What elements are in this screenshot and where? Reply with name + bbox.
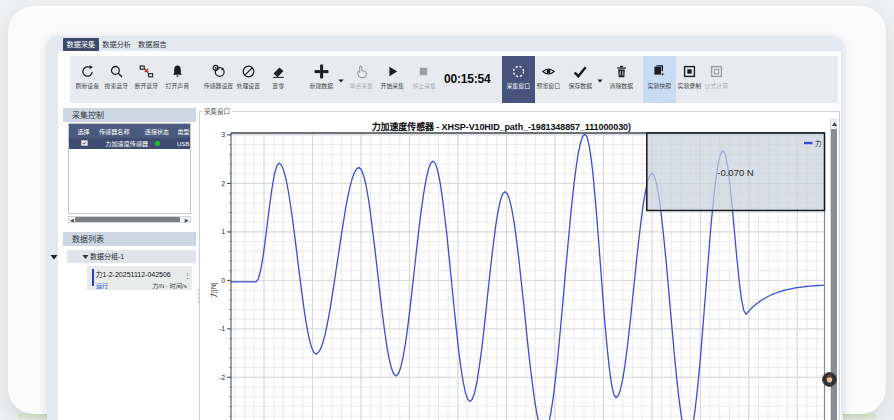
force-time-plot[interactable]: 3210-1-2力[N]-0.070 N力	[200, 112, 839, 420]
toolbar-label-refresh-device: 刷新设备	[75, 83, 99, 89]
measurement-annotation-box[interactable]: -0.070 N	[647, 133, 825, 211]
dropdown-caret-icon[interactable]	[597, 76, 603, 83]
collect-control-title: 采集控制	[72, 109, 104, 120]
toolbar-button-new-data[interactable]: 新建数据	[306, 56, 337, 103]
toolbar-label-disconnect-bluetooth: 断开蓝牙	[134, 83, 158, 89]
toolbar-button-experiment-snapshot[interactable]: 实验快照	[643, 56, 677, 103]
bt-disconnect-icon	[139, 63, 154, 79]
content-sheet: 刷新设备搜索蓝牙断开蓝牙打开声音传感器设置处理设置置零新建数据单点采集开始采集停…	[58, 51, 841, 420]
toolbar-label-single-point: 单点采集	[350, 83, 374, 89]
toolbar-label-zeroing: 置零	[273, 83, 285, 89]
toolbar-label-stop-acquisition: 停止采集	[412, 83, 436, 89]
eye-icon	[541, 63, 556, 79]
sensor-table: 选择传感器名称连接状态类型力加速度传感器USB	[68, 123, 191, 214]
dropdown-caret-icon[interactable]	[338, 76, 344, 83]
toolbar-label-clear-data: 清除数据	[609, 83, 633, 89]
dashed-circle-icon	[511, 63, 526, 79]
y-axis-ticks: 3210-1-2	[219, 129, 231, 416]
svg-text:力: 力	[815, 138, 822, 148]
sidebar-collapse-icon[interactable]	[50, 254, 58, 260]
bell-icon	[170, 63, 185, 79]
refresh-icon	[80, 63, 95, 79]
toolbar-button-disconnect-bluetooth[interactable]: 断开蓝牙	[131, 56, 162, 103]
formula-icon	[709, 63, 724, 79]
sensor-table-header: 选择传感器名称连接状态类型	[69, 124, 190, 138]
toolbar-button-preview-window[interactable]: 预览窗口	[533, 56, 564, 103]
toolbar-label-experiment-record: 实验录制	[677, 83, 701, 89]
trash-icon	[614, 63, 629, 79]
hscroll-right-arrow-icon[interactable]: ▶	[185, 218, 189, 222]
main-tabs: 数据采集数据分析数据报告	[63, 38, 170, 51]
data-item-title: 力1-2-20251112-042506	[96, 269, 171, 279]
assistant-avatar-button[interactable]	[822, 372, 837, 387]
acquisition-timer: 00:15:54	[444, 56, 490, 103]
play-icon	[385, 63, 400, 79]
toolbar-button-save-data[interactable]: 保存数据	[565, 56, 596, 103]
sensor-name: 力加速度传感器	[105, 140, 148, 146]
data-item-accent-bar	[92, 269, 94, 286]
toolbar-label-sound-on: 打开声音	[165, 83, 189, 89]
toolbar-button-acquisition-window[interactable]: 采集窗口	[502, 56, 536, 103]
chart-groupbox: 采集窗口 力加速度传感器 - XHSP-V10HID_path_-1981348…	[199, 111, 840, 420]
sensor-row[interactable]: 力加速度传感器USB	[69, 138, 190, 150]
toolbar-button-refresh-device[interactable]: 刷新设备	[72, 56, 103, 103]
tab-1[interactable]: 数据采集	[63, 38, 99, 50]
toolbar-button-process-settings[interactable]: 处理设置	[233, 56, 264, 103]
toolbar-button-sound-on[interactable]: 打开声音	[162, 56, 193, 103]
collect-control-panel-header: 采集控制	[63, 108, 196, 122]
data-item-status: 运行	[96, 280, 108, 289]
toolbar-label-experiment-snapshot: 实验快照	[648, 83, 672, 89]
svg-text:3: 3	[221, 129, 225, 139]
svg-text:0: 0	[221, 275, 225, 285]
hscroll-thumb[interactable]	[75, 217, 180, 222]
toolbar-label-search-bluetooth: 搜索蓝牙	[105, 83, 129, 89]
toolbar-label-acquisition-window: 采集窗口	[507, 83, 531, 89]
column-header-3: 连接状态	[145, 128, 169, 134]
hand-icon	[354, 63, 369, 79]
tab-3[interactable]: 数据报告	[135, 38, 171, 50]
eraser-icon	[271, 63, 286, 79]
toolbar-button-zeroing[interactable]: 置零	[263, 56, 294, 103]
snapshot-icon	[652, 63, 667, 79]
data-group-label: 数据分组-1	[90, 251, 124, 261]
plus-icon	[313, 63, 330, 79]
vscroll-up-arrow-icon[interactable]	[832, 122, 837, 126]
toolbar-button-start-acquisition[interactable]: 开始采集	[377, 56, 408, 103]
toolbar-button-clear-data[interactable]: 清除数据	[606, 56, 637, 103]
toolbar-button-sensor-settings[interactable]: 传感器设置	[203, 56, 234, 103]
data-list-panel-body: 数据分组-1 力1-2-20251112-042506 ⋮ 运行 力/N - 时…	[63, 246, 196, 420]
collect-control-panel-body: 选择传感器名称连接状态类型力加速度传感器USB ◀ ▶	[63, 122, 196, 228]
record-icon	[682, 63, 697, 79]
hscroll-left-arrow-icon[interactable]: ◀	[70, 218, 74, 222]
toolbar: 刷新设备搜索蓝牙断开蓝牙打开声音传感器设置处理设置置零新建数据单点采集开始采集停…	[70, 56, 839, 103]
toolbar-label-preview-window: 预览窗口	[536, 83, 560, 89]
sensor-icon	[211, 63, 226, 79]
data-list-title: 数据列表	[72, 233, 104, 244]
toolbar-label-process-settings: 处理设置	[236, 83, 260, 89]
data-item-menu-icon[interactable]: ⋮	[184, 270, 191, 280]
toolbar-button-stop-acquisition: 停止采集	[408, 56, 439, 103]
app-window: 数据采集数据分析数据报告 刷新设备搜索蓝牙断开蓝牙打开声音传感器设置处理设置置零…	[47, 36, 843, 420]
data-item[interactable]: 力1-2-20251112-042506 ⋮ 运行 力/N - 时间/s	[87, 266, 192, 290]
toolbar-button-search-bluetooth[interactable]: 搜索蓝牙	[101, 56, 132, 103]
toolbar-label-formula-calc: 公式计算	[704, 83, 728, 89]
column-header-2: 传感器名称	[99, 128, 130, 134]
tab-2[interactable]: 数据分析	[99, 38, 135, 50]
data-group-row[interactable]: 数据分组-1	[67, 250, 196, 264]
toolbar-button-single-point: 单点采集	[346, 56, 377, 103]
svg-text:-2: -2	[219, 372, 225, 382]
toolbar-label-start-acquisition: 开始采集	[381, 83, 405, 89]
column-header-1: 选择	[77, 128, 89, 134]
annotation-value: -0.070 N	[717, 165, 754, 179]
group-collapse-icon[interactable]	[82, 254, 89, 260]
check-icon	[572, 63, 588, 79]
data-list-panel-header: 数据列表	[63, 232, 196, 246]
svg-text:1: 1	[221, 226, 225, 236]
status-dot	[155, 141, 160, 146]
y-axis-label: 力[N]	[208, 282, 218, 297]
sensor-type: USB	[177, 141, 189, 147]
sensor-checkbox[interactable]	[81, 140, 88, 147]
sensor-table-hscrollbar[interactable]: ◀ ▶	[68, 216, 191, 223]
svg-text:-1: -1	[219, 323, 225, 333]
toolbar-button-formula-calc: 公式计算	[701, 56, 732, 103]
